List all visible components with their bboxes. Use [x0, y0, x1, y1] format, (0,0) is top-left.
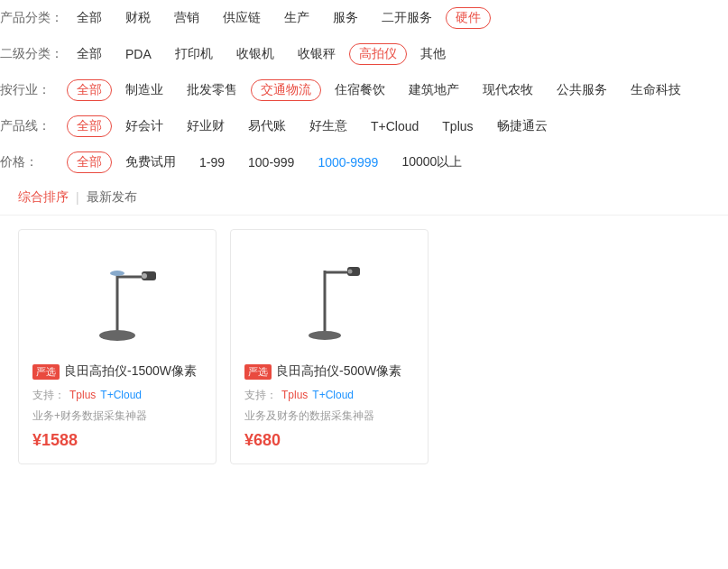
filter-item-sec-scale[interactable]: 收银秤 [288, 43, 346, 65]
filter-item-line-haohuiji[interactable]: 好会计 [115, 115, 173, 137]
product-price-1: ¥1588 [32, 431, 202, 450]
filter-item-industry-realestate[interactable]: 建筑地产 [399, 79, 469, 101]
filter-item-sec-pda[interactable]: PDA [115, 44, 161, 64]
filter-item-price-free[interactable]: 免费试用 [115, 151, 186, 173]
svg-point-1 [99, 330, 135, 341]
filter-item-category-hardware[interactable]: 硬件 [446, 7, 491, 29]
filter-item-sec-cashregister[interactable]: 收银机 [226, 43, 284, 65]
filter-item-category-service[interactable]: 服务 [323, 7, 368, 29]
filter-item-price-range4[interactable]: 10000以上 [392, 151, 472, 173]
filter-item-sec-all[interactable]: 全部 [67, 43, 112, 65]
filter-item-sec-printer[interactable]: 打印机 [165, 43, 223, 65]
filter-item-line-haoyecai[interactable]: 好业财 [177, 115, 235, 137]
filter-label-price: 价格： [0, 154, 63, 170]
svg-point-5 [110, 271, 124, 276]
filter-item-price-all[interactable]: 全部 [67, 151, 112, 173]
filter-item-industry-transport[interactable]: 交通物流 [251, 79, 321, 101]
product-title-row-1: 严选 良田高拍仪-1500W像素 [32, 363, 202, 381]
filter-item-industry-life[interactable]: 生命科技 [621, 79, 691, 101]
filter-item-industry-all[interactable]: 全部 [67, 79, 112, 101]
filter-row-product-line: 产品线： 全部 好会计 好业财 易代账 好生意 T+Cloud Tplus 畅捷… [0, 108, 728, 144]
badge-yanxuan-1: 严选 [32, 364, 60, 380]
filter-item-category-all[interactable]: 全部 [67, 7, 112, 29]
filter-section: 产品分类： 全部 财税 营销 供应链 生产 服务 二开服务 硬件 二级分类： 全… [0, 0, 728, 180]
product-name-2: 良田高拍仪-500W像素 [276, 363, 401, 381]
filter-item-category-finance[interactable]: 财税 [115, 7, 161, 29]
sort-bar: 综合排序 | 最新发布 [0, 180, 728, 216]
svg-point-4 [142, 273, 147, 279]
svg-point-10 [348, 270, 353, 274]
filter-item-line-all[interactable]: 全部 [67, 115, 112, 137]
filter-label-product-category: 产品分类： [0, 10, 63, 26]
filter-item-price-range1[interactable]: 1-99 [189, 152, 235, 172]
filter-item-sec-scanner[interactable]: 高拍仪 [349, 43, 407, 65]
filter-label-product-line: 产品线： [0, 118, 63, 134]
filter-item-industry-hospitality[interactable]: 住宿餐饮 [325, 79, 395, 101]
filter-item-category-marketing[interactable]: 营销 [164, 7, 209, 29]
sort-comprehensive[interactable]: 综合排序 [18, 189, 69, 206]
tag-tplus-1: Tplus [69, 389, 96, 401]
product-image-svg-2 [280, 248, 379, 347]
product-desc-2: 业务及财务的数据采集神器 [244, 408, 414, 424]
products-area: 严选 良田高拍仪-1500W像素 支持： Tplus T+Cloud 业务+财务… [0, 216, 728, 478]
sort-latest[interactable]: 最新发布 [87, 189, 137, 206]
filter-row-price: 价格： 全部 免费试用 1-99 100-999 1000-9999 10000… [0, 144, 728, 180]
badge-yanxuan-2: 严选 [244, 364, 272, 380]
filter-item-line-yidaizhang[interactable]: 易代账 [238, 115, 296, 137]
product-price-2: ¥680 [244, 431, 414, 450]
filter-item-line-tcloud[interactable]: T+Cloud [361, 116, 429, 136]
filter-item-price-range3[interactable]: 1000-9999 [308, 152, 388, 172]
filter-label-industry: 按行业： [0, 82, 63, 98]
support-row-2: 支持： Tplus T+Cloud [244, 388, 414, 403]
support-row-1: 支持： Tplus T+Cloud [32, 388, 202, 403]
product-desc-1: 业务+财务数据采集神器 [32, 408, 202, 424]
product-image-1 [32, 243, 202, 352]
filter-item-category-erkai[interactable]: 二开服务 [372, 7, 442, 29]
filter-item-industry-wholesale[interactable]: 批发零售 [177, 79, 247, 101]
filter-label-secondary-category: 二级分类： [0, 46, 63, 62]
filter-row-industry: 按行业： 全部 制造业 批发零售 交通物流 住宿餐饮 建筑地产 现代农牧 公共服… [0, 72, 728, 108]
support-label-2: 支持： [244, 388, 277, 403]
filter-item-line-changjietongyun[interactable]: 畅捷通云 [487, 115, 558, 137]
filter-item-category-production[interactable]: 生产 [274, 7, 319, 29]
svg-point-7 [309, 331, 341, 340]
filter-item-sec-other[interactable]: 其他 [410, 43, 456, 65]
product-title-row-2: 严选 良田高拍仪-500W像素 [244, 363, 414, 381]
filter-item-price-range2[interactable]: 100-999 [238, 152, 304, 172]
product-card-1[interactable]: 严选 良田高拍仪-1500W像素 支持： Tplus T+Cloud 业务+财务… [18, 229, 217, 464]
filter-item-industry-manufacturing[interactable]: 制造业 [115, 79, 173, 101]
product-card-2[interactable]: 严选 良田高拍仪-500W像素 支持： Tplus T+Cloud 业务及财务的… [230, 229, 429, 464]
tag-tcloud-2: T+Cloud [312, 389, 354, 401]
filter-item-line-haoshengyi[interactable]: 好生意 [299, 115, 357, 137]
filter-item-category-supply[interactable]: 供应链 [213, 7, 271, 29]
product-image-svg-1 [68, 248, 167, 347]
product-image-2 [244, 243, 414, 352]
tag-tplus-2: Tplus [281, 389, 308, 401]
filter-item-industry-agriculture[interactable]: 现代农牧 [473, 79, 543, 101]
tag-tcloud-1: T+Cloud [100, 389, 142, 401]
support-label-1: 支持： [32, 388, 65, 403]
filter-row-secondary-category: 二级分类： 全部 PDA 打印机 收银机 收银秤 高拍仪 其他 [0, 36, 728, 72]
sort-divider: | [76, 190, 79, 205]
filter-row-product-category: 产品分类： 全部 财税 营销 供应链 生产 服务 二开服务 硬件 [0, 0, 728, 36]
filter-item-line-tplus[interactable]: Tplus [432, 116, 483, 136]
filter-item-industry-public[interactable]: 公共服务 [547, 79, 617, 101]
product-name-1: 良田高拍仪-1500W像素 [64, 363, 197, 381]
